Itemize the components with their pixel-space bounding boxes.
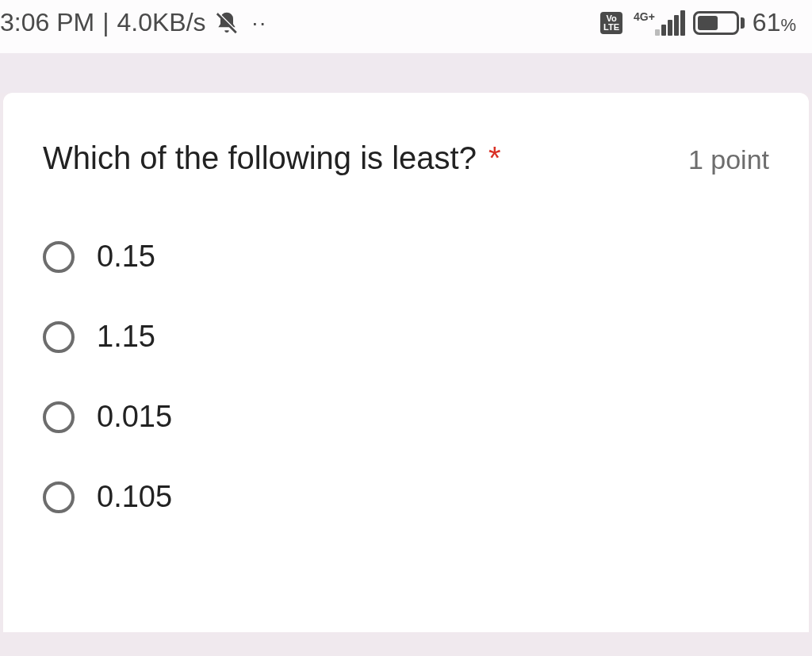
option-1[interactable]: 1.15 — [43, 320, 769, 354]
status-bar: 3:06 PM | 4.0KB/s ·· Vo LTE 4G+ — [0, 0, 812, 53]
option-label: 0.015 — [97, 400, 172, 434]
status-right: Vo LTE 4G+ 61% — [600, 8, 796, 37]
option-label: 0.15 — [97, 240, 155, 274]
battery-icon — [693, 11, 745, 35]
battery-percent: 61% — [753, 8, 796, 37]
option-3[interactable]: 0.105 — [43, 480, 769, 514]
clock-text: 3:06 PM — [0, 8, 94, 37]
network-generation: 4G+ — [634, 10, 655, 23]
data-rate: 4.0KB/s — [117, 8, 205, 37]
status-left: 3:06 PM | 4.0KB/s ·· — [0, 8, 267, 37]
option-2[interactable]: 0.015 — [43, 400, 769, 434]
question-card: Which of the following is least? * 1 poi… — [3, 93, 809, 632]
option-label: 0.105 — [97, 480, 172, 514]
radio-icon — [43, 401, 75, 433]
volte-icon: Vo LTE — [600, 12, 622, 34]
required-star-icon: * — [488, 140, 501, 175]
option-label: 1.15 — [97, 320, 155, 354]
bell-mute-icon — [214, 10, 239, 36]
option-0[interactable]: 0.15 — [43, 240, 769, 274]
radio-icon — [43, 241, 75, 273]
radio-icon — [43, 321, 75, 353]
gap-bar — [0, 53, 812, 93]
points-label: 1 point — [688, 144, 769, 175]
signal-bars-icon — [655, 13, 685, 36]
question-row: Which of the following is least? * 1 poi… — [43, 140, 769, 176]
separator: | — [102, 8, 109, 37]
question-text: Which of the following is least? * — [43, 140, 501, 176]
radio-icon — [43, 481, 75, 513]
more-dots-icon: ·· — [252, 10, 268, 36]
